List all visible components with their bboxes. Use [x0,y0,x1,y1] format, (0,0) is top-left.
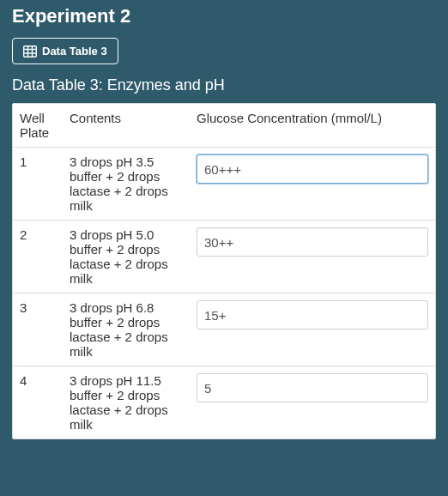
table-row: 3 3 drops pH 6.8 buffer + 2 drops lactas… [13,293,435,366]
glucose-cell [190,221,435,293]
experiment-title: Experiment 2 [12,0,436,38]
column-header-well-plate: Well Plate [13,104,63,148]
contents-cell: 3 drops pH 5.0 buffer + 2 drops lactase … [63,221,190,293]
glucose-cell [190,366,435,439]
glucose-input[interactable] [197,227,428,257]
glucose-input[interactable] [197,373,428,402]
glucose-cell [190,148,435,221]
data-table-tab-button[interactable]: Data Table 3 [12,38,118,64]
well-plate-cell: 4 [13,366,63,439]
contents-cell: 3 drops pH 6.8 buffer + 2 drops lactase … [63,293,190,366]
glucose-input[interactable] [197,154,428,184]
well-plate-cell: 2 [13,221,63,293]
data-table: Well Plate Contents Glucose Concentratio… [12,103,436,439]
table-row: 1 3 drops pH 3.5 buffer + 2 drops lactas… [13,148,435,221]
well-plate-cell: 1 [13,148,63,221]
glucose-input[interactable] [197,300,428,330]
svg-rect-0 [24,45,37,57]
table-row: 2 3 drops pH 5.0 buffer + 2 drops lactas… [13,221,435,293]
table-icon [23,45,37,57]
data-table-tab-label: Data Table 3 [42,45,107,57]
contents-cell: 3 drops pH 11.5 buffer + 2 drops lactase… [63,366,190,439]
well-plate-cell: 3 [13,293,63,366]
column-header-contents: Contents [63,104,190,148]
glucose-cell [190,293,435,366]
table-title: Data Table 3: Enzymes and pH [12,64,436,103]
table-row: 4 3 drops pH 11.5 buffer + 2 drops lacta… [13,366,435,439]
contents-cell: 3 drops pH 3.5 buffer + 2 drops lactase … [63,148,190,221]
column-header-glucose: Glucose Concentration (mmol/L) [190,104,435,148]
